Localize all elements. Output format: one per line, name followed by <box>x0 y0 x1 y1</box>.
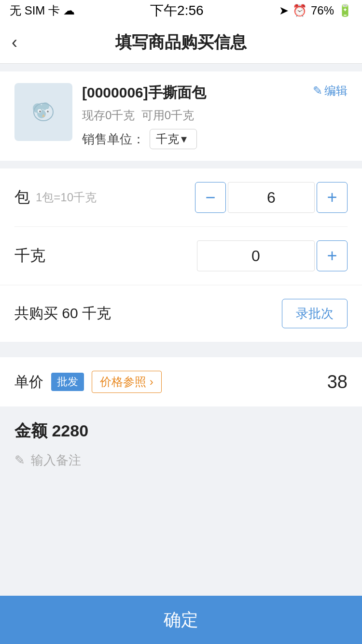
back-button[interactable]: ‹ <box>12 32 17 53</box>
kg-plus-button[interactable]: + <box>317 240 348 271</box>
package-minus-button[interactable]: − <box>195 182 226 213</box>
location-icon: ➤ <box>279 4 289 17</box>
price-section: 单价 批发 价格参照 › 38 <box>0 357 362 406</box>
package-label: 包 1包=10千克 <box>14 187 97 208</box>
product-image <box>14 83 72 141</box>
total-row: 共购买 60 千克 录批次 <box>0 285 362 342</box>
amount-row: 金额 2280 <box>14 420 348 442</box>
pencil-icon: ✎ <box>14 453 25 468</box>
price-ref-button[interactable]: 价格参照 › <box>92 371 162 393</box>
kg-row: 千克 + <box>14 227 348 285</box>
product-unit-row: 销售单位： 千克 ▾ <box>82 129 348 149</box>
unit-select[interactable]: 千克 ▾ <box>150 129 197 149</box>
edit-button[interactable]: ✎ 编辑 <box>313 83 348 98</box>
kg-label: 千克 <box>14 245 45 266</box>
amount-section: 金额 2280 ✎ 输入备注 <box>0 406 362 482</box>
svg-point-6 <box>39 111 41 112</box>
alarm-icon: ⏰ <box>292 4 307 17</box>
batch-button[interactable]: 录批次 <box>282 299 348 328</box>
divider-1 <box>0 161 362 168</box>
remark-row[interactable]: ✎ 输入备注 <box>14 452 348 469</box>
page-title: 填写商品购买信息 <box>115 31 247 54</box>
status-bar: 无 SIM 卡 ☁ 下午2:56 ➤ ⏰ 76% 🔋 <box>0 0 362 21</box>
package-plus-button[interactable]: + <box>317 182 348 213</box>
package-hint: 1包=10千克 <box>36 190 97 205</box>
price-value: 38 <box>327 372 348 392</box>
package-row: 包 1包=10千克 − + <box>14 168 348 227</box>
total-text: 共购买 60 千克 <box>14 304 111 323</box>
chevron-down-icon: ▾ <box>181 132 187 146</box>
status-left: 无 SIM 卡 ☁ <box>10 3 75 18</box>
status-right: ➤ ⏰ 76% 🔋 <box>279 4 352 17</box>
kg-quantity-control: + <box>197 240 348 271</box>
package-quantity-control: − + <box>195 182 348 213</box>
product-name: [0000006]手撕面包 <box>82 83 206 103</box>
status-time: 下午2:56 <box>150 1 204 20</box>
product-stock: 现存0千克 可用0千克 <box>82 108 348 123</box>
price-tag: 批发 <box>51 373 84 391</box>
battery-text: 76% <box>311 4 334 17</box>
svg-point-7 <box>47 111 49 112</box>
package-input[interactable] <box>228 182 315 213</box>
product-info: [0000006]手撕面包 ✎ 编辑 现存0千克 可用0千克 销售单位： 千克 … <box>82 83 348 149</box>
confirm-button[interactable]: 确定 <box>0 596 362 644</box>
kg-input[interactable] <box>197 240 315 271</box>
divider-2 <box>0 342 362 350</box>
price-label: 单价 <box>14 372 43 392</box>
signal-text: 无 SIM 卡 ☁ <box>10 3 75 18</box>
nav-bar: ‹ 填写商品购买信息 <box>0 21 362 64</box>
battery-icon: 🔋 <box>338 4 352 17</box>
confirm-button-text: 确定 <box>164 608 198 632</box>
input-section: 包 1包=10千克 − + 千克 + <box>0 168 362 285</box>
product-name-row: [0000006]手撕面包 ✎ 编辑 <box>82 83 348 103</box>
remark-placeholder: 输入备注 <box>31 452 81 469</box>
product-card: [0000006]手撕面包 ✎ 编辑 现存0千克 可用0千克 销售单位： 千克 … <box>0 71 362 161</box>
